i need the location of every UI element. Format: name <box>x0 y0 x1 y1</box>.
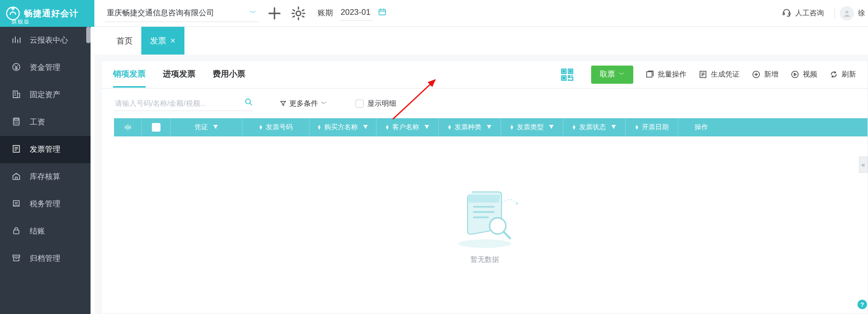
show-detail-checkbox[interactable]: 显示明细 <box>355 99 396 108</box>
gen-voucher-label: 生成凭证 <box>711 70 740 79</box>
add-label: 新增 <box>764 70 778 79</box>
col-label: 操作 <box>695 123 708 132</box>
collapse-handle[interactable]: « <box>859 157 868 173</box>
gear-icon[interactable] <box>291 6 306 21</box>
empty-state: 暂无数据 <box>102 180 868 264</box>
sidebar-item-tax[interactable]: 税务管理 <box>0 191 91 218</box>
filter-icon[interactable] <box>213 123 218 131</box>
divider <box>834 8 835 19</box>
tab-首页[interactable]: 首页 <box>108 27 141 55</box>
col-voucher[interactable]: 凭证 <box>171 118 242 136</box>
svg-rect-4 <box>789 12 790 15</box>
filter-icon[interactable] <box>486 123 492 131</box>
money-icon <box>11 62 21 74</box>
fetch-invoice-button[interactable]: 取票 ﹀ <box>591 66 633 84</box>
svg-rect-17 <box>14 230 19 234</box>
col-label: 客户名称 <box>392 123 419 132</box>
svg-rect-2 <box>379 10 386 15</box>
col-label: 发票状态 <box>579 123 606 132</box>
more-conditions[interactable]: 更多条件 ﹀ <box>280 99 327 108</box>
period-value[interactable]: 2023-01 <box>340 6 373 21</box>
svg-rect-20 <box>563 70 565 72</box>
show-detail-label: 显示明细 <box>367 99 396 108</box>
search-input[interactable] <box>114 99 244 108</box>
gen-voucher-action[interactable]: 生成凭证 <box>699 70 740 79</box>
col-type[interactable]: ▲▼发票类型 <box>501 118 563 136</box>
sidebar-item-archive[interactable]: 归档管理 <box>0 245 91 272</box>
sidebar-item-home[interactable]: 库存核算 <box>0 163 91 191</box>
chevron-down-icon: ﹀ <box>250 9 256 17</box>
subtab-费用小票[interactable]: 费用小票 <box>213 62 245 88</box>
col-buyer[interactable]: ▲▼购买方名称 <box>309 118 377 136</box>
tab-发票[interactable]: 发票✕ <box>141 27 184 55</box>
topbar: 畅捷通好会计 旗舰版 重庆畅捷交通信息咨询有限公司 ﹀ 账期 2023-01 人… <box>0 0 868 27</box>
batch-action[interactable]: 批量操作 <box>646 70 686 79</box>
filter-icon[interactable] <box>611 123 617 131</box>
add-action[interactable]: 新增 <box>752 70 778 79</box>
subtab-销项发票[interactable]: 销项发票 <box>113 62 146 88</box>
svg-point-11 <box>16 122 17 123</box>
sort-icon: ▲▼ <box>447 125 452 130</box>
filter-icon[interactable] <box>548 123 554 131</box>
sort-icon: ▲▼ <box>317 125 321 130</box>
svg-point-28 <box>792 71 799 78</box>
sort-icon: ▲▼ <box>510 125 514 130</box>
empty-illustration-icon <box>444 180 525 252</box>
filter-icon[interactable] <box>424 123 430 131</box>
company-selector[interactable]: 重庆畅捷交通信息咨询有限公司 ﹀ <box>105 5 258 22</box>
close-icon[interactable]: ✕ <box>170 37 176 45</box>
subtab-进项发票[interactable]: 进项发票 <box>163 62 195 88</box>
sidebar-item-invoice[interactable]: 发票管理 <box>0 136 91 163</box>
svg-rect-3 <box>783 12 785 15</box>
sidebar-item-label: 资金管理 <box>30 63 60 73</box>
column-settings[interactable] <box>114 118 142 136</box>
col-date[interactable]: ▲▼开票日期 <box>626 118 678 136</box>
calendar-icon[interactable] <box>378 8 387 19</box>
content: 首页发票✕ 销项发票进项发票费用小票 取票 ﹀ 批量操作 <box>94 27 868 314</box>
search-box <box>114 96 253 111</box>
sidebar-item-label: 库存核算 <box>30 172 60 182</box>
svg-rect-24 <box>563 77 565 79</box>
svg-point-5 <box>845 11 848 13</box>
sidebar-item-chart[interactable]: 云报表中心 <box>0 27 91 54</box>
svg-point-13 <box>14 123 15 124</box>
sidebar-item-lock[interactable]: 结账 <box>0 218 91 245</box>
avatar-icon[interactable] <box>840 6 854 21</box>
col-status[interactable]: ▲▼发票状态 <box>563 118 626 136</box>
table-header: 凭证▲▼发票号码▲▼购买方名称▲▼客户名称▲▼发票种类▲▼发票类型▲▼发票状态▲… <box>114 118 868 136</box>
search-icon[interactable] <box>244 98 253 109</box>
refresh-label: 刷新 <box>842 70 856 79</box>
col-customer[interactable]: ▲▼客户名称 <box>377 118 439 136</box>
video-action[interactable]: 视频 <box>791 70 817 79</box>
brand-name: 畅捷通好会计 <box>24 8 79 19</box>
col-label: 开票日期 <box>642 123 669 132</box>
brand-edition: 旗舰版 <box>11 18 30 25</box>
sidebar-item-building[interactable]: 固定资产 <box>0 81 91 109</box>
qr-icon[interactable] <box>560 68 574 81</box>
add-icon[interactable] <box>267 6 282 21</box>
company-name: 重庆畅捷交通信息咨询有限公司 <box>107 8 214 18</box>
svg-point-33 <box>515 202 518 205</box>
col-ops[interactable]: 操作 <box>678 118 724 136</box>
sidebar-item-calc[interactable]: 工资 <box>0 109 91 136</box>
help-bubble-icon[interactable]: ? <box>857 300 867 309</box>
page-tabs: 首页发票✕ <box>94 27 868 55</box>
refresh-action[interactable]: 刷新 <box>830 70 856 79</box>
svg-rect-18 <box>13 255 20 257</box>
scrollbar-thumb[interactable] <box>86 27 91 43</box>
user-short[interactable]: 徐 <box>858 9 865 18</box>
chart-icon <box>11 35 21 46</box>
invoice-icon <box>11 144 21 156</box>
sidebar-item-money[interactable]: 资金管理 <box>0 54 91 81</box>
col-kind[interactable]: ▲▼发票种类 <box>439 118 501 136</box>
select-all-checkbox[interactable] <box>142 118 171 136</box>
col-inv_no[interactable]: ▲▼发票号码 <box>242 118 309 136</box>
empty-text: 暂无数据 <box>470 255 499 264</box>
filter-icon[interactable] <box>363 123 368 131</box>
panel-head: 销项发票进项发票费用小票 取票 ﹀ 批量操作 生成凭证 <box>102 61 868 89</box>
checkbox-icon <box>355 100 364 108</box>
svg-point-10 <box>14 122 15 123</box>
support-link[interactable]: 人工咨询 <box>782 8 824 19</box>
svg-rect-22 <box>570 70 571 72</box>
sidebar-item-label: 结账 <box>30 226 45 236</box>
